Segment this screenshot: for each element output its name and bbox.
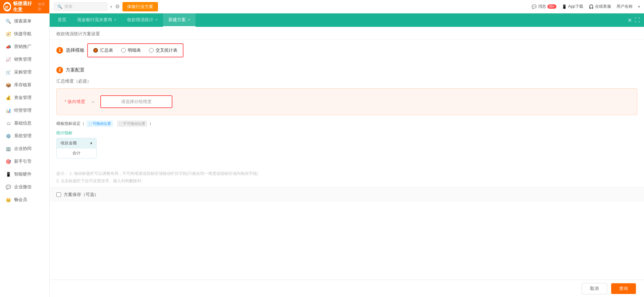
settings-icon: ⚙️ (5, 133, 11, 139)
industry-solution-button[interactable]: 体验行业方案 (122, 2, 158, 11)
username-dropdown-arrow[interactable]: ▾ (638, 4, 640, 9)
radio-cross-input[interactable] (149, 48, 154, 53)
tabbar-actions: ✕ ⛶ (628, 13, 641, 27)
sidebar-item-hardware[interactable]: 📱 智能硬件 (0, 168, 49, 181)
device-icon: 📱 (5, 171, 11, 177)
query-button[interactable]: 查询 (611, 283, 636, 294)
topbar-actions: 💬 消息 99+ 📱 App下载 🎧 在线客服 用户名称 ▾ (532, 4, 640, 9)
sidebar-item-collab[interactable]: 🏢 企业协同 (0, 142, 49, 155)
radio-detail-label: 明细表 (128, 47, 141, 53)
tips-line1: 提示： 1. 拖动标题栏可以调整布局，不可跨维度或指标区域拖动栏目字段(只能在同… (56, 170, 637, 178)
radio-summary-input[interactable] (93, 48, 98, 53)
sidebar-item-inventory[interactable]: 📦 库存核算 (0, 79, 49, 91)
step2-header-row: 2 方案配置 (50, 63, 644, 76)
tips-section: 提示： 1. 拖动标题栏可以调整布局，不可跨维度或指标区域拖动栏目字段(只能在同… (50, 165, 644, 187)
sidebar-item-marketing[interactable]: 📣 营销推广 (0, 40, 49, 53)
service-icon: 🎧 (589, 4, 594, 9)
metrics-table-area: 统计指标 收款金额 ▾ 合计 (56, 130, 637, 159)
compass-icon: 🧭 (5, 31, 11, 37)
dimension-config-area: * 纵向维度 → 请选择分组维度 (56, 88, 637, 115)
wechat-icon: 💬 (5, 184, 11, 190)
service-label: 在线客服 (595, 4, 611, 9)
save-plan-checkbox[interactable] (56, 192, 61, 197)
tab-cashflow[interactable]: 现金银行流水查询 × (72, 13, 122, 27)
settings-btn[interactable]: ⚙ (115, 3, 120, 10)
sidebar-label-system: 系统管理 (14, 133, 32, 139)
tag-fixed: ⬚ 不可拖动位置 (117, 120, 147, 127)
radio-detail-input[interactable] (121, 48, 126, 53)
report-icon: 📊 (5, 107, 11, 113)
tab-close-window-btn[interactable]: ✕ (628, 17, 632, 23)
metrics-section-label: 统计指标 (56, 130, 97, 136)
megaphone-icon: 📣 (5, 44, 11, 50)
save-plan-label: 方案保存（可选） (64, 192, 99, 198)
sidebar-label-inventory: 库存核算 (14, 82, 32, 88)
step2-badge: 2 (56, 67, 63, 73)
service-action[interactable]: 🎧 在线客服 (589, 4, 611, 9)
bottom-bar: 取消 查询 (50, 280, 644, 297)
cancel-button[interactable]: 取消 (582, 283, 607, 294)
main-area: 🔍 搜索 ▾ ⚙ 体验行业方案 💬 消息 99+ 📱 App下载 🎧 在线客服 … (50, 0, 644, 297)
metrics-table-header[interactable]: 收款金额 ▾ (57, 138, 96, 148)
message-action[interactable]: 💬 消息 99+ (532, 4, 556, 9)
radio-detail[interactable]: 明细表 (121, 47, 141, 53)
sidebar-label-collab: 企业协同 (14, 146, 32, 152)
radio-cross-label: 交叉统计表 (156, 47, 177, 53)
metrics-label-text: 模板指标设定（ (56, 121, 85, 127)
message-badge: 99+ (547, 4, 556, 9)
sidebar-item-purchase[interactable]: 🛒 采购管理 (0, 66, 49, 79)
footer-section: 方案保存（可选） (50, 187, 644, 202)
tips-line2: 2. 点击标题栏下拉可设置排序、插入列和删除列 (56, 178, 637, 185)
sidebar-menu: 🔍 搜索菜单 🧭 快捷导航 📣 营销推广 📈 销售管理 🛒 采购管理 📦 库存核… (0, 13, 49, 297)
dimension-row: * 纵向维度 → 请选择分组维度 (65, 95, 629, 108)
sidebar-label-sales: 销售管理 (14, 56, 32, 62)
sidebar-item-sales[interactable]: 📈 销售管理 (0, 53, 49, 66)
search-icon: 🔍 (5, 18, 11, 24)
sidebar-item-management[interactable]: 📊 经营管理 (0, 104, 49, 117)
dimension-section-label: 汇总维度（必选） (56, 78, 637, 84)
tab-collection-close[interactable]: × (155, 17, 158, 22)
metrics-dropdown-icon[interactable]: ▾ (90, 141, 92, 146)
content-area: 收款情况统计方案设置 1 选择模板 汇总表 明细表 交叉统计表 (50, 27, 644, 280)
tabbar-spacer (196, 13, 628, 27)
radio-summary[interactable]: 汇总表 (93, 47, 113, 53)
sidebar-label-search: 搜索菜单 (14, 18, 32, 24)
sidebar-item-system[interactable]: ⚙️ 系统管理 (0, 130, 49, 142)
tab-home[interactable]: 首页 (52, 13, 72, 27)
search-icon-top: 🔍 (57, 4, 62, 9)
tab-new-plan[interactable]: 新建方案 × (163, 13, 196, 27)
sidebar-item-wechat[interactable]: 💬 企业微信 (0, 181, 49, 193)
message-label: 消息 (538, 4, 546, 9)
step1-header-row: 1 选择模板 汇总表 明细表 交叉统计表 (50, 40, 644, 59)
tab-collection[interactable]: 收款情况统计 × (122, 13, 163, 27)
sidebar-item-nav[interactable]: 🧭 快捷导航 (0, 28, 49, 40)
tab-cashflow-close[interactable]: × (114, 17, 116, 22)
sidebar-item-finance[interactable]: 💰 资金管理 (0, 91, 49, 104)
sidebar-item-member[interactable]: 👑 畅会员 (0, 193, 49, 206)
template-options-box: 汇总表 明细表 交叉统计表 (87, 43, 183, 57)
radio-cross[interactable]: 交叉统计表 (149, 47, 177, 53)
sidebar-item-search[interactable]: 🔍 搜索菜单 (0, 15, 49, 28)
shopping-icon: 🛒 (5, 69, 11, 75)
tab-home-label: 首页 (58, 17, 66, 23)
warehouse-icon: 📦 (5, 82, 11, 88)
metrics-table: 收款金额 ▾ 合计 (56, 138, 97, 158)
sidebar-label-guide: 新手引导 (14, 158, 32, 164)
tab-cashflow-label: 现金银行流水查询 (77, 17, 112, 23)
member-icon: 👑 (5, 197, 11, 203)
tabbar: 首页 现金银行流水查询 × 收款情况统计 × 新建方案 × ✕ ⛶ (50, 13, 644, 27)
search-dropdown-arrow[interactable]: ▾ (110, 4, 112, 9)
metrics-group: 统计指标 收款金额 ▾ 合计 (56, 130, 97, 159)
sidebar-label-purchase: 采购管理 (14, 69, 32, 75)
download-action[interactable]: 📱 App下载 (562, 4, 583, 9)
sidebar-item-basic[interactable]: 🗂 基础信息 (0, 117, 49, 130)
tab-maximize-btn[interactable]: ⛶ (635, 17, 640, 23)
sidebar-label-finance: 资金管理 (14, 95, 32, 101)
sidebar-label-basic: 基础信息 (14, 120, 32, 126)
dimension-select[interactable]: 请选择分组维度 (100, 95, 172, 108)
sidebar-label-hardware: 智能硬件 (14, 171, 32, 177)
tab-new-plan-close[interactable]: × (188, 17, 190, 22)
sidebar-item-guide[interactable]: 🎯 新手引导 (0, 155, 49, 168)
topbar-search-box[interactable]: 🔍 搜索 (54, 2, 107, 11)
database-icon: 🗂 (5, 120, 11, 126)
